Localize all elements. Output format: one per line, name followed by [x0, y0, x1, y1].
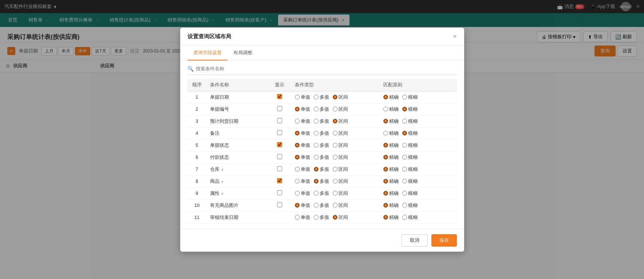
dialog-close-button[interactable]: × — [453, 33, 457, 40]
dialog-title: 设置查询区域布局 — [187, 33, 231, 40]
modal-overlay: 设置查询区域布局 × 查询字段设置 布局调整 🔍 — [0, 0, 644, 72]
condition-search-box: 🔍 — [187, 66, 457, 73]
dialog-body: 🔍 顺序 条件名称 显示 条件类型 匹配原则 — [180, 61, 464, 73]
tab-query-fields[interactable]: 查询字段设置 — [187, 46, 228, 60]
search-icon: 🔍 — [187, 66, 194, 72]
settings-dialog: 设置查询区域布局 × 查询字段设置 布局调整 🔍 — [180, 28, 464, 73]
dialog-tab-bar: 查询字段设置 布局调整 — [180, 46, 464, 61]
tab-layout-adjust[interactable]: 布局调整 — [228, 46, 258, 60]
search-input[interactable] — [196, 66, 276, 71]
dialog-header: 设置查询区域布局 × — [180, 28, 464, 46]
